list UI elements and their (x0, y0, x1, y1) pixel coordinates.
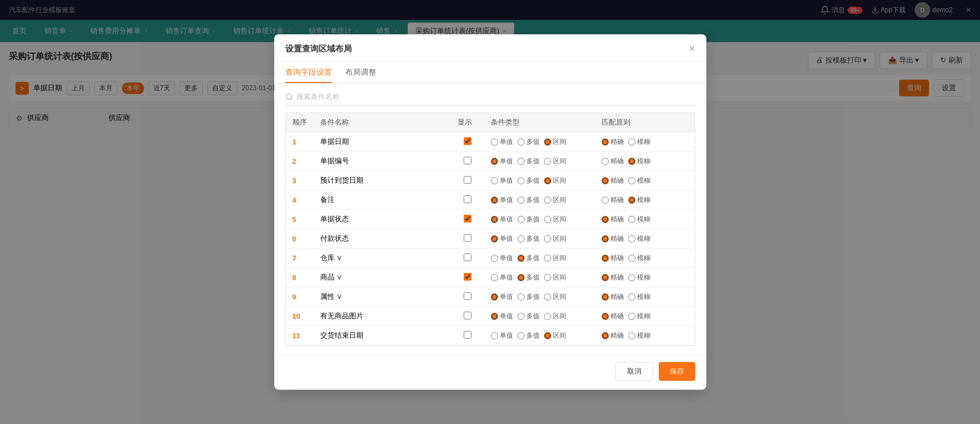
type-radio-多值[interactable]: 多值 (517, 273, 540, 282)
type-radio-多值[interactable]: 多值 (517, 292, 540, 302)
match-radio-模糊[interactable]: 模糊 (628, 234, 650, 244)
display-checkbox[interactable] (464, 176, 471, 184)
cell-type: 单值多值区间 (484, 287, 595, 307)
type-radio-单值[interactable]: 单值 (491, 137, 513, 147)
type-radio-多值[interactable]: 多值 (517, 254, 540, 263)
match-radio-精确[interactable]: 精确 (602, 331, 624, 340)
match-radio-模糊[interactable]: 模糊 (628, 137, 650, 147)
match-radio-模糊[interactable]: 模糊 (628, 176, 650, 185)
type-radio-单值[interactable]: 单值 (491, 234, 513, 244)
match-radio-模糊[interactable]: 模糊 (628, 312, 650, 321)
match-radio-模糊[interactable]: 模糊 (628, 273, 650, 282)
match-radio-模糊[interactable]: 模糊 (628, 292, 650, 302)
match-radio-模糊[interactable]: 模糊 (628, 157, 650, 166)
type-radio-多值[interactable]: 多值 (517, 137, 540, 147)
cell-display (451, 171, 484, 190)
cell-order: 4 (286, 190, 314, 210)
type-radio-区间[interactable]: 区间 (544, 195, 566, 205)
match-radio-精确[interactable]: 精确 (602, 195, 624, 205)
type-radio-单值[interactable]: 单值 (491, 176, 513, 185)
type-radio-区间[interactable]: 区间 (544, 292, 566, 302)
type-radio-多值[interactable]: 多值 (517, 195, 540, 205)
table-row: 11交货结束日期单值多值区间精确模糊 (286, 326, 695, 345)
display-checkbox[interactable] (464, 331, 471, 339)
table-row: 9属性 ∨单值多值区间精确模糊 (286, 287, 695, 307)
type-radio-单值[interactable]: 单值 (491, 157, 513, 166)
match-radio-精确[interactable]: 精确 (602, 292, 624, 302)
table-header: 顺序 条件名称 显示 条件类型 匹配原则 (286, 113, 695, 132)
table-row: 2单据编号单值多值区间精确模糊 (286, 152, 695, 171)
match-radio-精确[interactable]: 精确 (602, 273, 624, 282)
modal-header: 设置查询区域布局 × (274, 34, 706, 62)
match-radio-精确[interactable]: 精确 (602, 234, 624, 244)
type-radio-单值[interactable]: 单值 (491, 273, 513, 282)
cell-match: 精确模糊 (595, 287, 695, 307)
match-radio-精确[interactable]: 精确 (602, 254, 624, 263)
th-order: 顺序 (286, 113, 314, 132)
modal-tab-layout[interactable]: 布局调整 (345, 62, 376, 83)
display-checkbox[interactable] (464, 273, 471, 281)
type-radio-多值[interactable]: 多值 (517, 176, 540, 185)
type-radio-区间[interactable]: 区间 (544, 137, 566, 147)
type-radio-单值[interactable]: 单值 (491, 195, 513, 205)
cell-match: 精确模糊 (595, 152, 695, 171)
match-radio-精确[interactable]: 精确 (602, 137, 624, 147)
search-icon (285, 93, 293, 101)
type-radio-多值[interactable]: 多值 (517, 312, 540, 321)
display-checkbox[interactable] (464, 292, 471, 300)
cell-order: 7 (286, 249, 314, 268)
display-checkbox[interactable] (464, 215, 471, 223)
type-radio-区间[interactable]: 区间 (544, 176, 566, 185)
cell-order: 11 (286, 326, 314, 345)
match-radio-精确[interactable]: 精确 (602, 215, 624, 224)
type-radio-单值[interactable]: 单值 (491, 215, 513, 224)
match-radio-模糊[interactable]: 模糊 (628, 215, 650, 224)
table-row: 10有无商品图片单值多值区间精确模糊 (286, 307, 695, 326)
match-radio-模糊[interactable]: 模糊 (628, 195, 650, 205)
modal-close-button[interactable]: × (689, 43, 695, 55)
type-radio-多值[interactable]: 多值 (517, 157, 540, 166)
order-num: 1 (293, 138, 296, 146)
match-radio-精确[interactable]: 精确 (602, 176, 624, 185)
modal-tab-query-fields[interactable]: 查询字段设置 (285, 62, 332, 83)
type-radio-多值[interactable]: 多值 (517, 215, 540, 224)
match-radio-模糊[interactable]: 模糊 (628, 331, 650, 340)
type-radio-区间[interactable]: 区间 (544, 234, 566, 244)
type-radio-单值[interactable]: 单值 (491, 331, 513, 340)
cell-display (451, 326, 484, 345)
display-checkbox[interactable] (464, 195, 471, 203)
type-radio-区间[interactable]: 区间 (544, 215, 566, 224)
search-input[interactable] (296, 92, 407, 101)
type-radio-区间[interactable]: 区间 (544, 254, 566, 263)
save-button[interactable]: 保存 (659, 362, 695, 381)
display-checkbox[interactable] (464, 234, 471, 242)
cell-type: 单值多值区间 (484, 210, 595, 229)
type-radio-多值[interactable]: 多值 (517, 331, 540, 340)
cell-type: 单值多值区间 (484, 132, 595, 152)
cell-display (451, 229, 484, 249)
cell-order: 3 (286, 171, 314, 190)
type-radio-多值[interactable]: 多值 (517, 234, 540, 244)
match-radio-模糊[interactable]: 模糊 (628, 254, 650, 263)
match-radio-精确[interactable]: 精确 (602, 157, 624, 166)
cell-display (451, 190, 484, 210)
display-checkbox[interactable] (464, 137, 471, 145)
cell-match: 精确模糊 (595, 326, 695, 345)
match-radio-精确[interactable]: 精确 (602, 312, 624, 321)
type-radio-区间[interactable]: 区间 (544, 331, 566, 340)
type-radio-区间[interactable]: 区间 (544, 157, 566, 166)
order-num: 2 (293, 157, 296, 166)
cancel-button[interactable]: 取消 (615, 362, 653, 381)
display-checkbox[interactable] (464, 312, 471, 319)
order-num: 4 (293, 196, 296, 204)
type-radio-单值[interactable]: 单值 (491, 312, 513, 321)
type-radio-区间[interactable]: 区间 (544, 312, 566, 321)
cell-name: 单据编号 (314, 152, 451, 171)
display-checkbox[interactable] (464, 254, 471, 261)
cell-order: 2 (286, 152, 314, 171)
type-radio-区间[interactable]: 区间 (544, 273, 566, 282)
type-radio-单值[interactable]: 单值 (491, 254, 513, 263)
type-radio-单值[interactable]: 单值 (491, 292, 513, 302)
display-checkbox[interactable] (464, 157, 471, 164)
cell-display (451, 132, 484, 152)
